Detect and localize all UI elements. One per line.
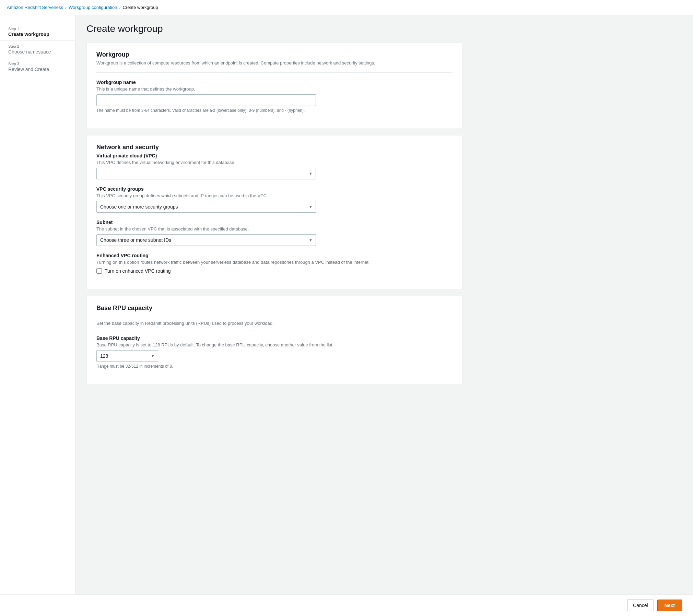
vpc-select[interactable]	[96, 168, 316, 179]
workgroup-name-desc: This is a unique name that defines the w…	[96, 86, 453, 92]
base-rpu-capacity-field: Base RPU capacity Base RPU capacity is s…	[96, 335, 453, 369]
breadcrumb-current: Create workgroup	[122, 5, 158, 10]
breadcrumb-sep-2: ›	[119, 5, 120, 10]
workgroup-section: Workgroup Workgroup is a collection of c…	[86, 43, 462, 128]
network-section: Network and security Virtual private clo…	[86, 135, 462, 289]
enhanced-routing-label: Enhanced VPC routing	[96, 253, 453, 258]
security-groups-select-wrapper: Choose one or more security groups ▼	[96, 201, 316, 213]
base-rpu-section: Base RPU capacity Set the base capacity …	[86, 296, 462, 384]
workgroup-name-hint: The name must be from 3-64 characters. V…	[96, 108, 453, 113]
workgroup-name-field: Workgroup name This is a unique name tha…	[96, 80, 453, 113]
step-2-label: Step 2	[8, 44, 67, 48]
workgroup-heading: Workgroup	[96, 51, 453, 58]
workgroup-name-label: Workgroup name	[96, 80, 453, 85]
enhanced-routing-checkbox-row: Turn on enhanced VPC routing	[96, 268, 453, 274]
breadcrumb-link-workgroup-config[interactable]: Workgroup configuration	[69, 5, 117, 10]
subnet-select[interactable]: Choose three or more subnet IDs	[96, 234, 316, 246]
base-rpu-select[interactable]: 3240485664728088961041121201281361441521…	[96, 350, 158, 362]
enhanced-routing-field: Enhanced VPC routing Turning on this opt…	[96, 253, 453, 274]
next-button[interactable]: Next	[657, 600, 682, 611]
base-rpu-intro: Set the base capacity in Redshift proces…	[96, 321, 453, 326]
security-groups-desc: This VPC security group defines which su…	[96, 193, 453, 198]
step-1-label: Step 1	[8, 27, 67, 31]
sidebar-step-3: Step 3 Review and Create	[0, 58, 75, 75]
vpc-label: Virtual private cloud (VPC)	[96, 153, 453, 158]
vpc-desc: This VPC defines the virtual networking …	[96, 160, 453, 165]
enhanced-routing-checkbox-label[interactable]: Turn on enhanced VPC routing	[105, 268, 171, 274]
security-groups-field: VPC security groups This VPC security gr…	[96, 186, 453, 213]
subnet-desc: The subnet in the chosen VPC that is ass…	[96, 226, 453, 232]
base-rpu-hint: Range must be 32-512 in increments of 8.	[96, 364, 453, 369]
workgroup-description: Workgroup is a collection of compute res…	[96, 60, 453, 66]
breadcrumb: Amazon Redshift Serverless › Workgroup c…	[0, 0, 693, 15]
step-3-label: Step 3	[8, 62, 67, 66]
subnet-label: Subnet	[96, 220, 453, 225]
breadcrumb-sep-1: ›	[65, 5, 67, 10]
step-1-title: Create workgroup	[8, 32, 67, 37]
subnet-select-wrapper: Choose three or more subnet IDs ▼	[96, 234, 316, 246]
enhanced-routing-desc: Turning on this option routes network tr…	[96, 260, 453, 265]
vpc-select-wrapper: ▼	[96, 168, 316, 179]
base-rpu-heading: Base RPU capacity	[96, 305, 453, 312]
breadcrumb-link-redshift[interactable]: Amazon Redshift Serverless	[7, 5, 63, 10]
security-groups-label: VPC security groups	[96, 186, 453, 192]
security-groups-select[interactable]: Choose one or more security groups	[96, 201, 316, 213]
base-rpu-select-wrapper: 3240485664728088961041121201281361441521…	[96, 350, 158, 362]
step-3-title: Review and Create	[8, 67, 67, 72]
vpc-field: Virtual private cloud (VPC) This VPC def…	[96, 153, 453, 179]
cancel-button[interactable]: Cancel	[627, 600, 654, 611]
subnet-field: Subnet The subnet in the chosen VPC that…	[96, 220, 453, 246]
enhanced-routing-checkbox[interactable]	[96, 268, 102, 274]
main-content: Create workgroup Workgroup Workgroup is …	[75, 15, 473, 616]
page-title: Create workgroup	[86, 23, 462, 34]
workgroup-name-input[interactable]	[96, 94, 316, 106]
step-2-title: Choose namespace	[8, 49, 67, 55]
sidebar-step-1: Step 1 Create workgroup	[0, 23, 75, 41]
sidebar: Step 1 Create workgroup Step 2 Choose na…	[0, 15, 75, 616]
network-heading: Network and security	[96, 144, 453, 151]
base-rpu-capacity-label: Base RPU capacity	[96, 335, 453, 341]
sidebar-step-2: Step 2 Choose namespace	[0, 41, 75, 58]
base-rpu-capacity-desc: Base RPU capacity is set to 128 RPUs by …	[96, 342, 453, 347]
footer-bar: Cancel Next	[0, 594, 693, 616]
